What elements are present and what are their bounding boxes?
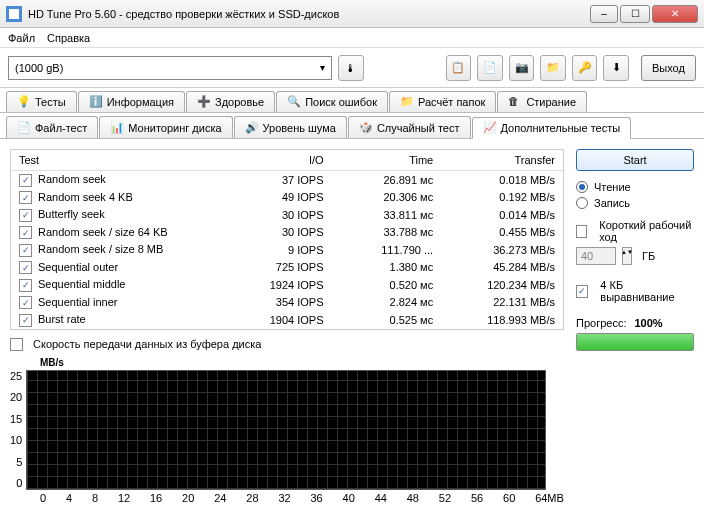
- table-row: ✓Sequential outer725 IOPS1.380 мс45.284 …: [11, 259, 563, 277]
- row-checkbox[interactable]: ✓: [19, 296, 32, 309]
- camera-icon: 📷: [515, 61, 529, 74]
- x-tick: 0: [40, 492, 46, 504]
- menu-file[interactable]: Файл: [8, 32, 35, 44]
- chart-plot: [26, 370, 546, 490]
- progress-bar: [576, 333, 694, 351]
- time-value: 2.824 мс: [324, 296, 434, 308]
- align-checkbox[interactable]: ✓: [576, 285, 588, 298]
- aam-icon: 🔊: [245, 121, 259, 135]
- table-row: ✓Butterfly seek30 IOPS33.811 мс0.014 MB/…: [11, 206, 563, 224]
- table-row: ✓Sequential middle1924 IOPS0.520 мс120.2…: [11, 276, 563, 294]
- clipboard-icon: 📋: [451, 61, 465, 74]
- tab-label: Уровень шума: [263, 122, 336, 134]
- row-checkbox[interactable]: ✓: [19, 191, 32, 204]
- test-name: Sequential middle: [38, 278, 125, 290]
- x-tick: 44: [375, 492, 387, 504]
- tab-random[interactable]: 🎲Случайный тест: [348, 116, 471, 138]
- transfer-value: 118.993 MB/s: [433, 314, 555, 326]
- save-button[interactable]: 📁: [540, 55, 566, 81]
- buffer-label: Скорость передачи данных из буфера диска: [33, 338, 261, 350]
- maximize-button[interactable]: ☐: [620, 5, 650, 23]
- progress-fill: [577, 334, 693, 350]
- tab-tests[interactable]: 💡Тесты: [6, 91, 77, 112]
- tab-label: Здоровье: [215, 96, 264, 108]
- short-stroke-label: Короткий рабочий ход: [599, 219, 694, 243]
- random-icon: 🎲: [359, 121, 373, 135]
- erase-icon: 🗑: [508, 95, 522, 109]
- copy-text-button[interactable]: 📄: [477, 55, 503, 81]
- write-label: Запись: [594, 197, 630, 209]
- test-name: Burst rate: [38, 313, 86, 325]
- copy-info-button[interactable]: 📋: [446, 55, 472, 81]
- left-panel: Test I/O Time Transfer ✓Random seek37 IO…: [10, 149, 564, 504]
- minimize-button[interactable]: –: [590, 5, 618, 23]
- tab-aam[interactable]: 🔊Уровень шума: [234, 116, 347, 138]
- tests-icon: 💡: [17, 95, 31, 109]
- write-radio-row: Запись: [576, 197, 694, 209]
- arrow-down-icon: ⬇: [612, 61, 621, 74]
- col-time[interactable]: Time: [324, 154, 434, 166]
- time-value: 111.790 ...: [324, 244, 434, 256]
- test-name: Butterfly seek: [38, 208, 105, 220]
- tab-folder[interactable]: 📁Расчёт папок: [389, 91, 496, 112]
- x-tick: 28: [246, 492, 258, 504]
- transfer-value: 0.018 MB/s: [433, 174, 555, 186]
- options-button[interactable]: 🔑: [572, 55, 598, 81]
- tab-info[interactable]: ℹ️Информация: [78, 91, 185, 112]
- folder-icon: 📁: [400, 95, 414, 109]
- x-tick: 40: [343, 492, 355, 504]
- stroke-spinner: ▲▼: [622, 247, 632, 265]
- y-tick: 0: [16, 477, 22, 489]
- tab-label: Информация: [107, 96, 174, 108]
- col-io[interactable]: I/O: [214, 154, 324, 166]
- io-value: 37 IOPS: [214, 174, 324, 186]
- drive-select[interactable]: (1000 gB): [8, 56, 332, 80]
- time-value: 1.380 мс: [324, 261, 434, 273]
- progress-value: 100%: [634, 317, 662, 329]
- temperature-button[interactable]: 🌡: [338, 55, 364, 81]
- time-value: 20.306 мс: [324, 191, 434, 203]
- x-tick: 12: [118, 492, 130, 504]
- row-checkbox[interactable]: ✓: [19, 261, 32, 274]
- tab-extra[interactable]: 📈Дополнительные тесты: [472, 117, 632, 139]
- short-stroke-checkbox[interactable]: [576, 225, 587, 238]
- tab-diskmon[interactable]: 📊Мониторинг диска: [99, 116, 232, 138]
- read-radio[interactable]: [576, 181, 588, 193]
- io-value: 30 IOPS: [214, 226, 324, 238]
- row-checkbox[interactable]: ✓: [19, 209, 32, 222]
- tab-erase[interactable]: 🗑Стирание: [497, 91, 587, 112]
- test-name: Random seek 4 KB: [38, 191, 133, 203]
- page-icon: 📄: [483, 61, 497, 74]
- col-transfer[interactable]: Transfer: [433, 154, 555, 166]
- info-icon: ℹ️: [89, 95, 103, 109]
- table-row: ✓Burst rate1904 IOPS0.525 мс118.993 MB/s: [11, 311, 563, 329]
- row-checkbox[interactable]: ✓: [19, 279, 32, 292]
- row-checkbox[interactable]: ✓: [19, 174, 32, 187]
- buffer-checkbox[interactable]: [10, 338, 23, 351]
- tab-health[interactable]: ➕Здоровье: [186, 91, 275, 112]
- col-test[interactable]: Test: [19, 154, 214, 166]
- x-tick: 24: [214, 492, 226, 504]
- row-checkbox[interactable]: ✓: [19, 226, 32, 239]
- minimize-tray-button[interactable]: ⬇: [603, 55, 629, 81]
- row-checkbox[interactable]: ✓: [19, 314, 32, 327]
- io-value: 9 IOPS: [214, 244, 324, 256]
- io-value: 49 IOPS: [214, 191, 324, 203]
- tab-errscan[interactable]: 🔍Поиск ошибок: [276, 91, 388, 112]
- menu-help[interactable]: Справка: [47, 32, 90, 44]
- content: Test I/O Time Transfer ✓Random seek37 IO…: [0, 139, 704, 514]
- x-tick: 64MB: [535, 492, 564, 504]
- menubar: Файл Справка: [0, 28, 704, 48]
- start-button[interactable]: Start: [576, 149, 694, 171]
- exit-button[interactable]: Выход: [641, 55, 696, 81]
- test-name: Random seek / size 8 MB: [38, 243, 163, 255]
- test-name: Sequential outer: [38, 261, 118, 273]
- tab-filetest[interactable]: 📄Файл-тест: [6, 116, 98, 138]
- screenshot-button[interactable]: 📷: [509, 55, 535, 81]
- y-tick: 10: [10, 434, 22, 446]
- row-checkbox[interactable]: ✓: [19, 244, 32, 257]
- tabs-row-1: 💡Тестыℹ️Информация➕Здоровье🔍Поиск ошибок…: [0, 88, 704, 113]
- x-tick: 16: [150, 492, 162, 504]
- write-radio[interactable]: [576, 197, 588, 209]
- close-button[interactable]: ✕: [652, 5, 698, 23]
